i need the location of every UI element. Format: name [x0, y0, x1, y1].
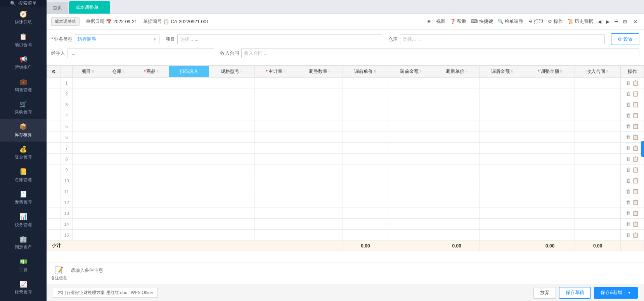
cell-adj_qty-6[interactable] [297, 132, 343, 143]
notes-input[interactable] [71, 266, 639, 275]
cell-scan-6[interactable] [169, 132, 209, 143]
cell-product-9[interactable] [134, 164, 169, 175]
cell-post_price-10[interactable] [434, 175, 480, 186]
cell-unit-14[interactable] [254, 219, 297, 230]
cell-pre_price-14[interactable] [343, 219, 388, 230]
delete-icon-11[interactable]: 🗑 [626, 189, 631, 194]
save-new-dropdown-icon[interactable]: ▼ [625, 291, 631, 295]
cell-warehouse-15[interactable] [103, 230, 134, 240]
tab-home[interactable]: 首页 [47, 2, 68, 14]
delete-icon-10[interactable]: 🗑 [626, 178, 631, 183]
action-operation[interactable]: ⚙ 操作 [548, 18, 563, 25]
cell-spec-9[interactable] [209, 164, 255, 175]
cell-warehouse-11[interactable] [103, 186, 134, 197]
cell-adj_amount-15[interactable] [525, 230, 575, 240]
cell-income_contract-15[interactable] [575, 230, 621, 240]
cell-pre_amount-2[interactable] [388, 88, 434, 99]
cell-spec-2[interactable] [209, 88, 255, 99]
col-sort-icon-project[interactable]: ⇅ [92, 70, 94, 73]
cell-post_price-15[interactable] [434, 230, 480, 240]
cell-pre_price-1[interactable] [343, 78, 388, 88]
cell-income_contract-2[interactable] [575, 88, 621, 99]
copy-icon-15[interactable]: 📋 [632, 232, 639, 238]
cell-project-7[interactable] [73, 143, 103, 154]
delete-icon-6[interactable]: 🗑 [626, 134, 631, 140]
cell-adj_qty-7[interactable] [297, 143, 343, 154]
action-print[interactable]: 🖨 打印 [528, 18, 543, 25]
cell-adj_qty-8[interactable] [297, 154, 343, 164]
cell-post_amount-11[interactable] [480, 186, 525, 197]
delete-icon-8[interactable]: 🗑 [626, 156, 631, 162]
cell-unit-11[interactable] [254, 186, 297, 197]
cell-post_price-9[interactable] [434, 164, 480, 175]
col-sort-icon-adj_qty[interactable]: ⇅ [328, 70, 331, 73]
cell-warehouse-6[interactable] [103, 132, 134, 143]
cell-pre_price-10[interactable] [343, 175, 388, 186]
close-button[interactable]: ✕ [632, 18, 639, 26]
cell-post_amount-1[interactable] [480, 78, 525, 88]
cell-scan-9[interactable] [169, 164, 209, 175]
cell-post_price-14[interactable] [434, 219, 480, 230]
handler-input[interactable]: ... [68, 48, 214, 58]
action-review[interactable]: 🔍 检单调整 [498, 18, 523, 25]
cell-post_amount-2[interactable] [480, 88, 525, 99]
copy-icon-5[interactable]: 📋 [632, 123, 639, 129]
cell-post_price-12[interactable] [434, 197, 480, 208]
cell-income_contract-3[interactable] [575, 99, 621, 110]
cell-adj_amount-5[interactable] [525, 121, 575, 132]
cell-spec-14[interactable] [209, 219, 255, 230]
delete-icon-13[interactable]: 🗑 [626, 210, 631, 216]
cell-warehouse-5[interactable] [103, 121, 134, 132]
copy-icon-4[interactable]: 📋 [632, 112, 639, 118]
cell-product-13[interactable] [134, 208, 169, 219]
action-list[interactable]: ☰ [614, 19, 618, 24]
delete-icon-9[interactable]: 🗑 [626, 167, 631, 173]
cell-unit-7[interactable] [254, 143, 297, 154]
cell-project-4[interactable] [73, 110, 103, 121]
sidebar-item-quick-nav[interactable]: 🧭 快速导航 [0, 7, 47, 29]
cell-spec-4[interactable] [209, 110, 255, 121]
cell-warehouse-2[interactable] [103, 88, 134, 99]
cell-pre_price-15[interactable] [343, 230, 388, 240]
settings-button[interactable]: ⚙ 设置 [611, 33, 639, 45]
sidebar-item-project-contract[interactable]: 📋 项目合同 [0, 29, 47, 52]
cell-warehouse-1[interactable] [103, 78, 134, 88]
cell-pre_amount-7[interactable] [388, 143, 434, 154]
cell-product-1[interactable] [134, 78, 169, 88]
cell-income_contract-1[interactable] [575, 78, 621, 88]
action-nav-prev[interactable]: ◀ [598, 19, 601, 24]
col-sort-icon-pre_price[interactable]: ⇅ [374, 70, 376, 73]
cell-adj_amount-6[interactable] [525, 132, 575, 143]
cell-product-7[interactable] [134, 143, 169, 154]
cell-post_amount-12[interactable] [480, 197, 525, 208]
copy-icon-7[interactable]: 📋 [632, 145, 639, 151]
cell-warehouse-3[interactable] [103, 99, 134, 110]
cell-unit-9[interactable] [254, 164, 297, 175]
cell-pre_price-3[interactable] [343, 99, 388, 110]
cell-unit-4[interactable] [254, 110, 297, 121]
cell-adj_amount-2[interactable] [525, 88, 575, 99]
cell-unit-2[interactable] [254, 88, 297, 99]
cell-project-15[interactable] [73, 230, 103, 240]
cell-unit-6[interactable] [254, 132, 297, 143]
cell-pre_amount-9[interactable] [388, 164, 434, 175]
cell-spec-5[interactable] [209, 121, 255, 132]
tab-close-cost-adjust[interactable]: ✕ [101, 5, 104, 10]
cell-spec-15[interactable] [209, 230, 255, 240]
cell-adj_amount-14[interactable] [525, 219, 575, 230]
cell-pre_amount-14[interactable] [388, 219, 434, 230]
copy-icon-1[interactable]: 📋 [632, 80, 639, 86]
sidebar-item-funds[interactable]: 💰 资金管理 [0, 142, 47, 164]
col-sort-icon-post_amount[interactable]: ⇅ [511, 70, 513, 73]
cell-scan-1[interactable] [169, 78, 209, 88]
copy-icon-11[interactable]: 📋 [632, 189, 639, 194]
col-sort-icon-unit[interactable]: ⇅ [283, 70, 286, 73]
cell-adj_amount-11[interactable] [525, 186, 575, 197]
cell-product-2[interactable] [134, 88, 169, 99]
taskbar-item[interactable]: 木门行业好业财处理方案-墨红红.doc - WPS Office [53, 288, 158, 298]
cell-post_amount-8[interactable] [480, 154, 525, 164]
cell-adj_qty-5[interactable] [297, 121, 343, 132]
copy-icon-8[interactable]: 📋 [632, 156, 639, 162]
cell-pre_price-4[interactable] [343, 110, 388, 121]
copy-icon-12[interactable]: 📋 [632, 199, 639, 205]
